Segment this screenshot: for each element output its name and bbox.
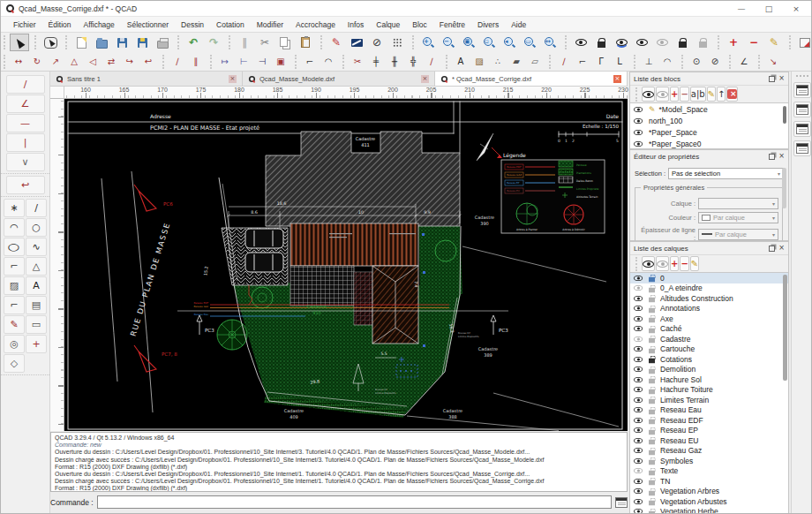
lock-icon[interactable] <box>649 379 655 383</box>
dim-arc-button[interactable]: ◠ <box>658 54 676 70</box>
snap-tool-button[interactable]: + <box>26 335 47 353</box>
menu-modifier[interactable]: Modifier <box>252 19 289 31</box>
menu-fichier[interactable]: Fichier <box>8 19 41 31</box>
modify-lengthen-button[interactable]: ↦ <box>216 54 234 70</box>
zoom-out-button[interactable]: − <box>439 34 458 51</box>
modify-move-rotate-button[interactable]: ⇄ <box>102 54 120 70</box>
modify-clip-button[interactable]: ⊢ <box>235 54 252 70</box>
add-entry-button[interactable]: + <box>724 34 743 51</box>
layer-row[interactable]: Demolition <box>630 365 788 375</box>
eye-icon[interactable] <box>634 407 643 412</box>
point-tool-button[interactable]: ∗ <box>4 199 25 217</box>
layer-row[interactable]: Axe <box>630 314 788 324</box>
eye-icon[interactable] <box>634 458 643 464</box>
eye-icon[interactable] <box>634 316 643 321</box>
menu-divers[interactable]: Divers <box>472 19 504 31</box>
lock-icon[interactable] <box>649 338 655 343</box>
menu-bloc[interactable]: Bloc <box>407 19 432 31</box>
lock-icon[interactable] <box>649 308 655 313</box>
eye-icon[interactable] <box>634 306 643 311</box>
eye-icon[interactable] <box>634 117 643 123</box>
toggle-block-list-button[interactable] <box>793 82 811 98</box>
drawing-canvas[interactable]: Adresse Date PCMI2 - PLAN DE MASSE - Eta… <box>64 99 628 431</box>
dim-rotated-button[interactable]: ⌐ <box>574 54 591 70</box>
eye-icon[interactable] <box>634 296 643 301</box>
layer-row[interactable]: Reseau Eau <box>630 405 788 416</box>
property-painter-button[interactable]: ∥ <box>235 34 254 51</box>
eye-icon[interactable] <box>634 499 643 504</box>
ellipse-tool-button[interactable]: ○ <box>4 238 25 256</box>
isolate-entities-button[interactable] <box>571 34 590 51</box>
menu-accrochage[interactable]: Accrochage <box>290 19 341 31</box>
deselect-pointer-button[interactable] <box>41 34 60 51</box>
lock-icon[interactable] <box>649 511 655 514</box>
tab-close-icon[interactable]: × <box>613 75 621 83</box>
cut-button[interactable]: ✂ <box>255 34 274 51</box>
dimension-tools-button[interactable]: ⌐ <box>4 296 25 314</box>
lock-icon[interactable] <box>649 440 655 444</box>
measure-tool-button[interactable]: ▭ <box>26 315 47 334</box>
show-all-layers-button[interactable] <box>642 256 655 271</box>
hatch-tool-button[interactable]: ▨ <box>470 54 488 70</box>
modify-trim-button[interactable]: ∕ <box>169 54 186 70</box>
modify-offset-button[interactable]: ↩ <box>139 54 157 70</box>
block-row[interactable]: ✎*Model_Space <box>630 103 788 115</box>
dim-vertical-button[interactable]: L <box>611 54 628 70</box>
insert-block-button[interactable]: ↑ <box>717 87 726 102</box>
lock-position-button[interactable] <box>591 34 611 51</box>
lock-icon[interactable] <box>649 369 655 374</box>
modify-circle-button[interactable]: ◎ <box>4 335 25 353</box>
polyline-arc-button[interactable]: ↩ <box>6 176 45 194</box>
dim-diametric-button[interactable]: ⊘ <box>706 54 724 70</box>
modify-bevel-button[interactable]: ⌐ <box>301 54 319 70</box>
auto-zoom-button[interactable]: ▣ <box>459 34 478 51</box>
eye-icon[interactable] <box>634 285 643 291</box>
modify-edit-points-button[interactable]: ╫ <box>386 54 403 70</box>
layer-row[interactable]: Caché <box>630 324 788 335</box>
menu-fen-tre[interactable]: Fenêtre <box>434 19 470 31</box>
tab-close-icon[interactable]: × <box>229 75 237 83</box>
modify-break-button[interactable]: ▣ <box>272 54 289 70</box>
dim-horizontal-button[interactable]: Γ <box>592 54 610 70</box>
layer-row[interactable]: Reseau Gaz <box>630 446 788 457</box>
line-angle-button[interactable]: ∠ <box>6 94 45 113</box>
layer-row[interactable]: Vegetation Herbe <box>630 507 788 514</box>
menu-dessin[interactable]: Dessin <box>176 19 209 31</box>
modify-trim-both-button[interactable]: ∥ <box>187 54 205 70</box>
lock-icon[interactable] <box>649 501 655 505</box>
empty-circle-button[interactable]: ⊘ <box>367 34 387 51</box>
eye-icon[interactable] <box>634 387 643 392</box>
layer-row[interactable]: Vegetation Arbres <box>630 487 788 497</box>
eye-icon[interactable] <box>634 346 643 351</box>
remove-block-button[interactable]: − <box>680 87 688 102</box>
explode-all-button[interactable]: ▱ <box>526 54 544 70</box>
dim-radial-button[interactable]: ⊙ <box>688 54 705 70</box>
dim-ordinate-button[interactable]: ⊥ <box>640 54 658 70</box>
tab-qcad-masse-modele-dxf[interactable]: Qcad_Masse_Modele.dxf× <box>243 72 435 86</box>
close-panel-icon[interactable]: × <box>778 75 785 82</box>
eye-icon[interactable] <box>634 397 643 403</box>
close-button[interactable]: × <box>785 2 808 16</box>
layer-row[interactable]: Altitudes Construction <box>630 293 788 304</box>
modify-mirror-button[interactable]: △ <box>65 54 83 70</box>
zoom-page-button[interactable]: ▫ <box>479 34 499 51</box>
float-panel-icon[interactable] <box>769 76 775 82</box>
modify-move-button[interactable]: ↔ <box>10 54 27 70</box>
selection-pointer-button[interactable] <box>10 34 29 51</box>
block-row[interactable]: *Paper_Space0 <box>630 138 788 148</box>
modify-line2-button[interactable]: ∕ <box>423 54 440 70</box>
copy-button[interactable] <box>275 34 295 51</box>
more-line-tools-button[interactable]: ∨ <box>6 153 45 171</box>
lock-icon[interactable] <box>649 410 655 414</box>
toggle-library-browser-button[interactable] <box>793 102 811 117</box>
close-panel-icon[interactable]: × <box>778 245 785 252</box>
toggle-layer-list-button[interactable] <box>793 121 811 137</box>
menu-calque[interactable]: Calque <box>371 19 405 31</box>
property-select[interactable]: ▾ <box>698 198 778 209</box>
layer-row[interactable]: Reseau EDF <box>630 415 788 426</box>
modify-round-button[interactable]: ◠ <box>320 54 337 70</box>
hatch-left-button[interactable]: ▨ <box>4 276 25 295</box>
polyline-tool-button[interactable]: ⌐ <box>4 257 25 276</box>
print-preview-button[interactable] <box>153 34 172 51</box>
edit-entry-button[interactable]: ✎ <box>764 34 784 51</box>
